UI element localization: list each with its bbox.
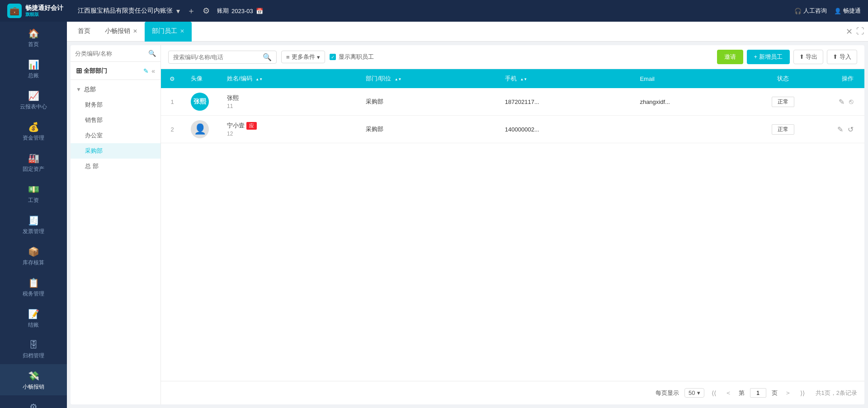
dept-row-finance[interactable]: 财务部 (71, 97, 160, 113)
logo-icon: 💼 (7, 4, 22, 18)
export-button[interactable]: ⬆ 导出 (793, 50, 824, 64)
row-status: 正常 (756, 88, 810, 116)
page-suffix: 页 (772, 389, 778, 397)
dept-edit-icon[interactable]: ✎ (143, 67, 149, 75)
tab-dept-staff-close[interactable]: ✕ (180, 28, 184, 34)
row-phone: 187202117... (498, 88, 633, 116)
tab-expense[interactable]: 小畅报销 ✕ (98, 22, 145, 42)
sidebar-item-tax[interactable]: 📋 税务管理 (0, 271, 67, 302)
employee-tag: 应 (246, 122, 257, 130)
sidebar-item-archive[interactable]: 🗄 归档管理 (0, 333, 67, 364)
dept-label-purchase: 采购部 (85, 147, 103, 155)
dept-label-general: 总 部 (85, 162, 99, 170)
table-row: 1张熙张熙11采购部187202117...zhangxidf...正常✎⎋ (161, 88, 864, 116)
dept-label-sales: 销售部 (85, 116, 103, 124)
user-button[interactable]: 👤 畅捷通 (834, 7, 861, 15)
edit-employee-icon[interactable]: ✎ (837, 125, 843, 134)
sidebar-label-invoice: 发票管理 (23, 228, 44, 235)
employee-search-input[interactable] (173, 54, 260, 61)
settings-icon[interactable]: ⚙ (203, 6, 210, 16)
avatar: 👤 (191, 120, 209, 138)
company-name: 江西服宝精品有限责任公司内账张 (78, 7, 173, 15)
col-dept-role[interactable]: 部门/职位 ▲▼ (359, 69, 497, 88)
expense-icon: 💸 (28, 370, 39, 381)
sort-phone-icon: ▲▼ (520, 78, 527, 81)
prev-page-button[interactable]: ＜ (723, 388, 733, 398)
company-dropdown-icon[interactable]: ▾ (176, 7, 180, 15)
sidebar-label-archive: 归档管理 (23, 352, 44, 360)
filter-label: 更多条件 (292, 53, 315, 61)
next-page-button[interactable]: ＞ (783, 388, 793, 398)
sidebar-item-funds[interactable]: 💰 资金管理 (0, 115, 67, 146)
status-badge: 正常 (772, 97, 794, 107)
sidebar-item-ledger[interactable]: 📊 总账 (0, 53, 67, 84)
app-title: 畅捷通好会计 (25, 4, 63, 12)
table-head: ⚙ 头像 姓名/编码 ▲▼ 部门/职位 ▲▼ (161, 69, 864, 88)
edit-employee-icon[interactable]: ✎ (839, 98, 844, 106)
dept-row-hq[interactable]: ▼ 总部 (71, 82, 160, 97)
invite-button[interactable]: 邀请 (717, 50, 743, 64)
col-name-code[interactable]: 姓名/编码 ▲▼ (220, 69, 359, 88)
funds-icon: 💰 (28, 122, 39, 132)
sidebar-item-salary[interactable]: 💵 工资 (0, 178, 67, 209)
sidebar-item-settings[interactable]: ⚙ 基础设置 (0, 395, 67, 408)
tab-dept-staff[interactable]: 部门员工 ✕ (145, 22, 192, 42)
period-value: 2023-03 (231, 8, 253, 14)
calendar-icon[interactable]: 📅 (256, 8, 263, 14)
col-avatar: 头像 (184, 69, 220, 88)
import-button[interactable]: ⬆ 导入 (827, 50, 857, 64)
table-row: 2👤宁小壹应12采购部140000002...正常✎↺ (161, 116, 864, 143)
status-badge: 正常 (772, 124, 794, 135)
dept-row-general[interactable]: 总 部 (71, 159, 160, 174)
sidebar-item-checkout[interactable]: 📝 结账 (0, 302, 67, 333)
sidebar-item-home[interactable]: 🏠 首页 (0, 22, 67, 53)
dept-node-hq: ▼ 总部 财务部 销售部 办公室 采购部 (71, 82, 160, 174)
first-page-button[interactable]: ⟨⟨ (710, 389, 718, 398)
sidebar-item-inventory[interactable]: 📦 库存核算 (0, 240, 67, 271)
service-button[interactable]: 🎧 人工咨询 (794, 7, 827, 15)
sidebar-label-expense: 小畅报销 (23, 383, 44, 391)
logout-employee-icon[interactable]: ⎋ (849, 98, 854, 106)
dept-search-icon[interactable]: 🔍 (148, 50, 156, 57)
per-page-select[interactable]: 50 ▾ (684, 388, 704, 398)
employee-toolbar: 🔍 ≡ 更多条件 ▾ ✓ 显示离职员工 邀请 (161, 45, 864, 69)
dept-all-header: ⊞ 全部部门 ✎ « (71, 62, 160, 80)
dept-row-office[interactable]: 办公室 (71, 128, 160, 143)
add-tab-icon[interactable]: ＋ (187, 5, 195, 16)
sidebar-item-assets[interactable]: 🏭 固定资产 (0, 146, 67, 178)
dept-row-purchase[interactable]: 采购部 (71, 143, 160, 159)
employee-code: 11 (227, 103, 351, 109)
tab-home[interactable]: 首页 (71, 22, 98, 42)
row-avatar: 👤 (184, 116, 220, 143)
employee-table: ⚙ 头像 姓名/编码 ▲▼ 部门/职位 ▲▼ (161, 69, 864, 381)
tab-expand-icon[interactable]: ⛶ (856, 27, 864, 37)
employee-data-table: ⚙ 头像 姓名/编码 ▲▼ 部门/职位 ▲▼ (161, 69, 864, 143)
checkout-icon: 📝 (28, 309, 39, 319)
dept-row-sales[interactable]: 销售部 (71, 113, 160, 128)
col-phone[interactable]: 手机 ▲▼ (498, 69, 633, 88)
dept-label-finance: 财务部 (85, 101, 103, 109)
sidebar-item-invoice[interactable]: 🧾 发票管理 (0, 209, 67, 240)
dept-search-area: 🔍 (71, 45, 160, 62)
col-settings[interactable]: ⚙ (161, 69, 184, 88)
row-actions: ✎↺ (810, 116, 864, 143)
last-page-button[interactable]: ⟩⟩ (798, 389, 807, 398)
content-area: 首页 小畅报销 ✕ 部门员工 ✕ ✕ ⛶ 🔍 (67, 22, 868, 408)
page-input[interactable] (750, 388, 766, 398)
show-resigned-checkbox-row[interactable]: ✓ 显示离职员工 (330, 53, 374, 61)
tab-expense-close[interactable]: ✕ (133, 28, 137, 34)
sidebar-item-reports[interactable]: 📈 云报表中心 (0, 84, 67, 115)
dept-search-input[interactable] (75, 50, 148, 57)
show-resigned-checkbox[interactable]: ✓ (330, 54, 336, 60)
add-employee-button[interactable]: + 新增员工 (747, 50, 790, 64)
app-logo: 💼 畅捷通好会计 旗舰版 (7, 4, 74, 18)
filter-button[interactable]: ≡ 更多条件 ▾ (281, 51, 325, 63)
sidebar-item-expense[interactable]: 💸 小畅报销 (0, 364, 67, 395)
period-label: 账期 (217, 7, 229, 15)
tab-close-all-icon[interactable]: ✕ (846, 27, 853, 37)
dept-panel: 🔍 ⊞ 全部部门 ✎ « ▼ 总部 (71, 45, 161, 404)
dept-collapse-icon[interactable]: « (151, 67, 155, 75)
delete-employee-icon[interactable]: ↺ (848, 125, 854, 134)
employee-search-icon[interactable]: 🔍 (263, 53, 272, 61)
table-body: 1张熙张熙11采购部187202117...zhangxidf...正常✎⎋2👤… (161, 88, 864, 143)
